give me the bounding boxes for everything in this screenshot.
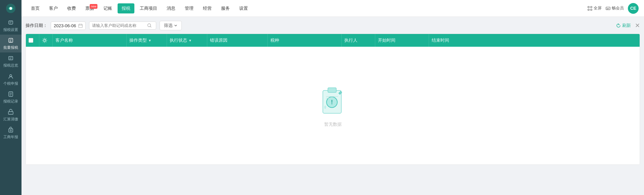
svg-rect-7	[8, 112, 13, 114]
nav-item-jizhang[interactable]: 记账	[99, 3, 116, 13]
page-content: 操作日期： 2023-06-06 筛选	[22, 17, 644, 195]
svg-rect-13	[591, 9, 592, 10]
sidebar-label-huisuan-jiaona: 汇算清缴	[3, 117, 18, 121]
sidebar-icon-gesui-shenbao	[8, 73, 14, 80]
member-button[interactable]: 畅会员	[606, 5, 624, 11]
empty-state: ! 暂无数据	[304, 70, 361, 141]
refresh-label: 刷新	[622, 23, 631, 29]
sidebar-icon-gongshang-nianbao	[8, 127, 14, 134]
content-area: 操作日期： 2023-06-06 筛选	[22, 17, 644, 195]
toolbar: 操作日期： 2023-06-06 筛选	[26, 21, 640, 30]
date-label: 操作日期：	[26, 23, 47, 29]
svg-point-17	[44, 39, 46, 41]
nav-item-shezhi[interactable]: 设置	[235, 3, 252, 13]
main-area: 首页客户收费票据new记账报税工商项目消息管理经营服务设置 全屏 畅会员	[22, 0, 644, 195]
nav-item-piaoju[interactable]: 票据new	[81, 3, 98, 13]
nav-item-jingying[interactable]: 经营	[199, 3, 216, 13]
toolbar-right: 刷新 ✕	[616, 23, 640, 29]
nav-item-home[interactable]: 首页	[27, 3, 44, 13]
topnav: 首页客户收费票据new记账报税工商项目消息管理经营服务设置 全屏 畅会员	[22, 0, 644, 17]
nav-item-baoshui[interactable]: 报税	[118, 3, 134, 13]
sidebar-item-gesui-shenbao[interactable]: 个税申报	[0, 71, 22, 88]
date-input[interactable]: 2023-06-06	[51, 22, 86, 30]
th-start_time: 开始时间	[375, 34, 429, 47]
sidebar-label-baoshui-jilu: 报税记录	[3, 99, 18, 104]
table-body: ! 暂无数据	[26, 47, 640, 164]
settings-icon[interactable]	[42, 38, 47, 43]
filter-button[interactable]: 筛选	[160, 21, 182, 30]
search-input[interactable]	[92, 23, 146, 28]
th-settings	[39, 34, 53, 47]
svg-rect-11	[591, 6, 592, 8]
sidebar-icon-piliang-baoshui	[8, 37, 14, 44]
svg-rect-15	[79, 24, 82, 28]
data-table: 客户名称操作类型 ▼执行状态 ▼错误原因税种执行人开始时间结束时间 !	[26, 34, 640, 165]
sort-icon-exec_status[interactable]: ▼	[188, 39, 192, 42]
svg-point-9	[10, 130, 11, 131]
th-end_time: 结束时间	[429, 34, 483, 47]
fullscreen-button[interactable]: 全屏	[588, 5, 602, 11]
sidebar-item-baoshui-zongjian[interactable]: 报税总览	[0, 52, 22, 70]
svg-point-5	[10, 75, 12, 77]
sidebar-icon-baoshui-shezhi	[8, 20, 14, 27]
sidebar-label-gongshang-nianbao: 工商年报	[3, 135, 18, 139]
svg-rect-8	[9, 129, 13, 132]
svg-rect-10	[588, 6, 589, 8]
sidebar-label-piliang-baoshui: 批量报税	[3, 45, 18, 50]
refresh-icon	[616, 23, 621, 28]
sidebar-item-gongshang-nianbao[interactable]: 工商年报	[0, 124, 22, 142]
empty-text: 暂无数据	[324, 121, 342, 127]
th-checkbox	[26, 34, 39, 47]
svg-point-22	[324, 106, 326, 109]
th-executor: 执行人	[342, 34, 375, 47]
sidebar-item-huisuan-jiaona[interactable]: 汇算清缴	[0, 106, 22, 124]
th-customer_name: 客户名称	[53, 34, 127, 47]
svg-rect-12	[588, 9, 589, 10]
select-all-checkbox[interactable]	[29, 38, 33, 43]
nav-item-guanli[interactable]: 管理	[181, 3, 198, 13]
table-header: 客户名称操作类型 ▼执行状态 ▼错误原因税种执行人开始时间结束时间	[26, 34, 640, 47]
sidebar-label-baoshui-shezhi: 报税设置	[3, 28, 18, 32]
sidebar-item-baoshui-jilu[interactable]: 报税记录	[0, 88, 22, 106]
topnav-items: 首页客户收费票据new记账报税工商项目消息管理经营服务设置	[27, 3, 588, 13]
sidebar-item-piliang-baoshui[interactable]: 批量报税	[0, 35, 22, 52]
sidebar-label-baoshui-zongjian: 报税总览	[3, 63, 18, 68]
th-operation_type[interactable]: 操作类型 ▼	[127, 34, 167, 47]
search-icon	[147, 23, 152, 28]
svg-rect-2	[9, 21, 13, 24]
nav-item-fuwu[interactable]: 服务	[217, 3, 234, 13]
sidebar-item-baoshui-shezhi[interactable]: 报税设置	[0, 17, 22, 35]
nav-item-customer[interactable]: 客户	[45, 3, 62, 13]
member-label: 畅会员	[612, 5, 624, 11]
svg-rect-4	[9, 56, 13, 60]
sidebar-logo	[0, 0, 22, 17]
th-exec_status[interactable]: 执行状态 ▼	[167, 34, 207, 47]
th-tax_type: 税种	[268, 34, 342, 47]
avatar[interactable]: CE	[628, 3, 639, 14]
sidebar-icon-huisuan-jiaona	[8, 109, 14, 116]
svg-text:!: !	[331, 99, 333, 106]
chevron-down-icon	[174, 24, 177, 27]
new-badge-piaoju: new	[90, 4, 97, 9]
fullscreen-label: 全屏	[594, 5, 602, 11]
search-box	[89, 22, 156, 30]
sidebar-label-gesui-shenbao: 个税申报	[3, 81, 18, 86]
sort-icon-operation_type[interactable]: ▼	[148, 39, 152, 42]
sidebar-icon-baoshui-zongjian	[8, 55, 14, 62]
nav-item-xiaoxi[interactable]: 消息	[163, 3, 179, 13]
sidebar: 报税设置 批量报税 报税总览 个税申报 报税记录 汇算清缴 工商年报	[0, 0, 22, 195]
refresh-button[interactable]: 刷新	[616, 23, 631, 29]
close-button[interactable]: ✕	[635, 23, 640, 29]
sidebar-icon-baoshui-jilu	[8, 91, 14, 98]
empty-illustration: !	[318, 84, 348, 117]
svg-rect-19	[328, 88, 336, 92]
th-error_reason: 错误原因	[207, 34, 268, 47]
svg-point-1	[9, 7, 12, 10]
nav-item-gongshang[interactable]: 工商项目	[136, 3, 161, 13]
topnav-right: 全屏 畅会员 CE	[588, 3, 639, 14]
nav-item-shoufei[interactable]: 收费	[63, 3, 80, 13]
